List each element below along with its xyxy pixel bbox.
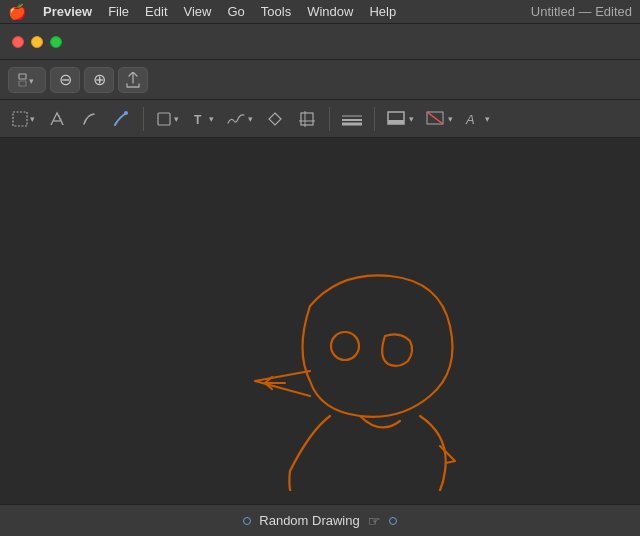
left-dot [243, 517, 251, 525]
drawing-canvas[interactable] [0, 151, 640, 491]
svg-rect-3 [13, 112, 27, 126]
view-mode-button[interactable]: ▾ [8, 67, 46, 93]
canvas-wrapper [0, 151, 640, 491]
menu-window[interactable]: Window [307, 4, 353, 19]
minimize-button[interactable] [31, 36, 43, 48]
zoom-in-button[interactable]: ⊕ [84, 67, 114, 93]
sep1 [143, 107, 144, 131]
sep2 [329, 107, 330, 131]
sep3 [374, 107, 375, 131]
menu-file[interactable]: File [108, 4, 129, 19]
svg-rect-5 [158, 113, 170, 125]
svg-rect-0 [19, 74, 26, 79]
right-dot [389, 517, 397, 525]
fill-color-button[interactable]: ▾ [422, 109, 457, 129]
svg-text:▾: ▾ [29, 76, 34, 86]
toolbar-1: ▾ ⊖ ⊕ [0, 60, 640, 100]
draw-tool[interactable] [107, 105, 135, 133]
text-tool[interactable]: T ▾ [187, 109, 218, 129]
selection-tool[interactable]: ▾ [8, 109, 39, 129]
cursor-indicator: ☞ [368, 513, 381, 529]
notes-tool[interactable] [261, 105, 289, 133]
shape-tool[interactable]: ▾ [152, 109, 183, 129]
svg-line-16 [427, 112, 443, 124]
menu-go[interactable]: Go [227, 4, 244, 19]
menu-view[interactable]: View [184, 4, 212, 19]
fullscreen-button[interactable] [50, 36, 62, 48]
svg-rect-14 [388, 120, 404, 124]
svg-text:T: T [194, 113, 202, 127]
svg-point-4 [124, 111, 128, 115]
menu-help[interactable]: Help [369, 4, 396, 19]
share-button[interactable] [118, 67, 148, 93]
bottom-bar: Random Drawing ☞ [0, 504, 640, 536]
line-style-button[interactable] [338, 105, 366, 133]
svg-rect-1 [19, 81, 26, 86]
zoom-out-button[interactable]: ⊖ [50, 67, 80, 93]
window-title-menu: Untitled — Edited [531, 4, 632, 19]
crop-tool[interactable] [293, 105, 321, 133]
svg-text:A: A [465, 112, 475, 127]
traffic-lights [12, 36, 62, 48]
sketch-tool[interactable] [75, 105, 103, 133]
close-button[interactable] [12, 36, 24, 48]
menu-bar: 🍎 Preview File Edit View Go Tools Window… [0, 0, 640, 24]
canvas-area[interactable] [0, 138, 640, 504]
instant-alpha-tool[interactable] [43, 105, 71, 133]
apple-menu[interactable]: 🍎 [8, 3, 27, 21]
font-button[interactable]: A ▾ [461, 109, 494, 129]
toolbar-2: ▾ ▾ T ▾ [0, 100, 640, 138]
menu-preview[interactable]: Preview [43, 4, 92, 19]
svg-rect-7 [301, 113, 313, 125]
border-color-button[interactable]: ▾ [383, 109, 418, 129]
svg-point-19 [331, 332, 359, 360]
menu-edit[interactable]: Edit [145, 4, 167, 19]
page-label: Random Drawing [259, 513, 359, 528]
menu-tools[interactable]: Tools [261, 4, 291, 19]
sign-tool[interactable]: ▾ [222, 109, 257, 129]
title-bar [0, 24, 640, 60]
